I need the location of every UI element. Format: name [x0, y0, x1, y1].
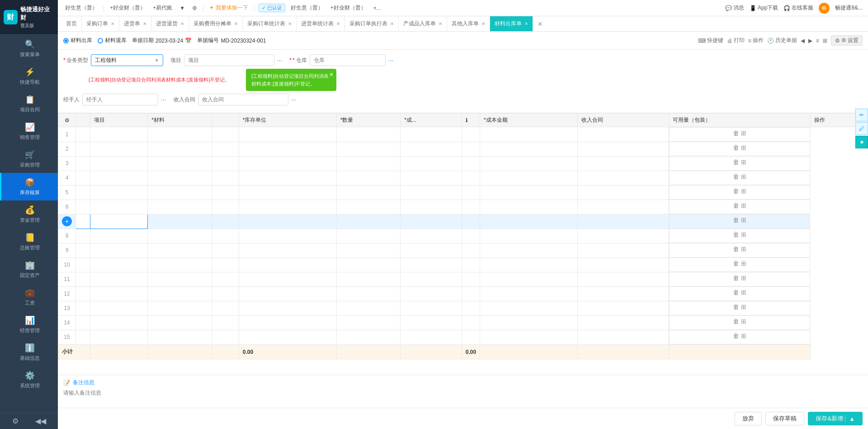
cell[interactable] [239, 257, 336, 272]
handler-input[interactable] [82, 94, 158, 105]
cell[interactable] [239, 142, 336, 156]
cell[interactable] [239, 229, 336, 243]
cell[interactable] [578, 185, 669, 200]
cell[interactable] [148, 330, 212, 345]
cell[interactable] [578, 214, 669, 229]
cell[interactable] [148, 229, 212, 243]
cell[interactable] [90, 315, 148, 330]
save-new-dropdown-arrow[interactable]: ▲ [845, 415, 855, 422]
cell[interactable] [480, 272, 578, 286]
radio-return[interactable]: 材料退库 [98, 37, 127, 44]
cell[interactable] [212, 272, 239, 286]
cell[interactable] [578, 229, 669, 243]
copy-row-btn[interactable]: ⊞ [741, 332, 746, 342]
cell[interactable] [76, 156, 90, 171]
cell[interactable] [578, 127, 669, 142]
tab-close-all-btn[interactable]: ✕ [535, 20, 546, 28]
cell[interactable] [480, 229, 578, 243]
topbar-dropdown-arrow[interactable]: ▼ [178, 5, 187, 11]
cell[interactable] [462, 214, 480, 229]
cell[interactable] [462, 257, 480, 272]
delete-row-btn[interactable]: 🗑 [733, 158, 739, 168]
biz-type-select[interactable]: 工程领料 ▼ [91, 54, 163, 66]
sidebar-item-inventory[interactable]: 📦 库存核算 [0, 173, 58, 200]
cell[interactable] [401, 171, 462, 185]
cell[interactable] [578, 286, 669, 301]
copy-row-btn[interactable]: ⊞ [741, 274, 746, 284]
cell[interactable] [462, 156, 480, 171]
cell[interactable] [336, 315, 401, 330]
cell[interactable] [148, 257, 212, 272]
cell[interactable] [401, 301, 462, 315]
cell[interactable] [401, 243, 462, 257]
cell[interactable] [480, 185, 578, 200]
topbar-good-biz2[interactable]: 好生意（普） [289, 4, 325, 12]
cell[interactable] [212, 214, 239, 229]
cell[interactable] [76, 243, 90, 257]
cell[interactable] [239, 185, 336, 200]
cell[interactable] [212, 200, 239, 214]
copy-row-btn[interactable]: ⊞ [741, 245, 746, 255]
cell[interactable] [578, 156, 669, 171]
user-name[interactable]: 畅捷通8&... [835, 4, 863, 12]
copy-row-btn[interactable]: ⊞ [741, 231, 746, 241]
cell[interactable] [462, 301, 480, 315]
project-input[interactable] [184, 54, 274, 66]
cell[interactable] [239, 272, 336, 286]
tab-close-goods-return[interactable]: ✕ [180, 21, 184, 26]
copy-row-btn[interactable]: ⊞ [741, 289, 746, 299]
tab-product-receipt[interactable]: 产成品入库单 ✕ [399, 16, 447, 32]
cell[interactable] [336, 286, 401, 301]
delete-row-btn[interactable]: 🗑 [733, 318, 739, 328]
cell[interactable] [480, 286, 578, 301]
cell[interactable] [578, 330, 669, 345]
project-dots-btn[interactable]: ··· [277, 57, 283, 64]
cell[interactable] [336, 200, 401, 214]
sidebar-item-finance[interactable]: 💰 资金管理 [0, 200, 58, 228]
cell[interactable] [336, 243, 401, 257]
topbar-easy-proxy[interactable]: +易代账 [151, 4, 174, 12]
copy-row-btn[interactable]: ⊞ [741, 158, 746, 168]
cell[interactable] [336, 214, 401, 229]
shortcut-btn[interactable]: ⌨ 快捷键 [698, 37, 723, 44]
cell[interactable] [336, 156, 401, 171]
app-download-btn[interactable]: 📱 App下载 [750, 4, 778, 12]
cell[interactable] [578, 301, 669, 315]
cell[interactable] [401, 330, 462, 345]
delete-row-btn[interactable]: 🗑 [733, 332, 739, 342]
cell[interactable] [401, 315, 462, 330]
tab-purchase-order[interactable]: 采购订单 ✕ [82, 16, 119, 32]
cell[interactable] [239, 200, 336, 214]
sidebar-item-payroll[interactable]: 💼 工资 [0, 283, 58, 311]
view2-btn[interactable]: ⊞ [823, 38, 827, 44]
right-tool-pen[interactable]: 🖊 [855, 122, 868, 135]
cell[interactable] [212, 257, 239, 272]
add-row-btn[interactable]: + [62, 216, 72, 226]
cell[interactable] [90, 142, 148, 156]
copy-row-btn[interactable]: ⊞ [741, 216, 746, 226]
cell[interactable] [401, 200, 462, 214]
cell[interactable] [90, 171, 148, 185]
history-btn[interactable]: 🕐 历史单据 [767, 37, 797, 44]
cell[interactable] [480, 156, 578, 171]
cell[interactable] [148, 171, 212, 185]
cell[interactable] [212, 171, 239, 185]
cell[interactable] [401, 229, 462, 243]
warehouse-input[interactable] [310, 54, 386, 66]
cell[interactable] [76, 142, 90, 156]
cell[interactable] [76, 272, 90, 286]
print-btn[interactable]: 🖨 打印 [727, 37, 745, 44]
cell[interactable] [578, 315, 669, 330]
delete-row-btn[interactable]: 🗑 [733, 289, 739, 299]
cell[interactable] [212, 142, 239, 156]
cell[interactable] [76, 315, 90, 330]
cell[interactable] [90, 229, 148, 243]
tab-close-goods-receipt[interactable]: ✕ [143, 21, 146, 26]
topbar-good-biz[interactable]: 好生意（普） [63, 4, 99, 12]
cell[interactable] [336, 127, 401, 142]
sidebar-item-ledger[interactable]: 📒 总账管理 [0, 228, 58, 256]
cell[interactable] [76, 229, 90, 243]
income-contract-dots-btn[interactable]: ··· [291, 96, 297, 103]
topbar-certified[interactable]: ✓ 已认证 [259, 4, 285, 12]
cell[interactable] [462, 272, 480, 286]
